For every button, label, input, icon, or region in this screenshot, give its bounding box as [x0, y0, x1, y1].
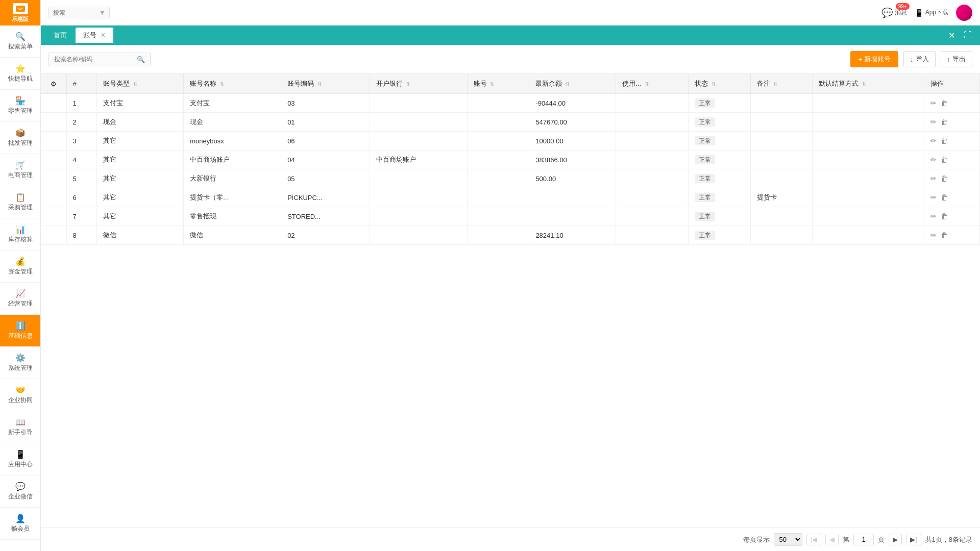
cell-type: 其它: [97, 188, 184, 207]
cell-balance: 28241.10: [529, 226, 616, 245]
page-size-select[interactable]: 50 100 200: [774, 533, 802, 546]
tab-account[interactable]: 账号 ✕: [76, 28, 113, 43]
header-search-input[interactable]: [53, 9, 99, 16]
cell-balance: -90444.00: [529, 94, 616, 113]
sidebar-item-label: 新手引导: [8, 429, 33, 436]
export-button[interactable]: ↑ 导出: [941, 51, 973, 67]
sidebar-item-guide[interactable]: 📖 新手引导: [0, 411, 40, 443]
cell-type: 其它: [97, 169, 184, 188]
app-download-button[interactable]: 📱 App下载: [915, 8, 948, 17]
sidebar-item-retail[interactable]: 🏪 零售管理: [0, 90, 40, 122]
cell-type: 微信: [97, 226, 184, 245]
search-box[interactable]: 🔍: [48, 53, 151, 66]
col-code[interactable]: 账号编码 ⇅: [281, 74, 370, 94]
col-bank[interactable]: 开户银行 ⇅: [370, 74, 467, 94]
tab-home[interactable]: 首页: [46, 28, 75, 43]
sidebar-item-apps[interactable]: 📱 应用中心: [0, 443, 40, 475]
sort-code-icon: ⇅: [317, 81, 322, 87]
delete-button[interactable]: 🗑: [941, 118, 948, 126]
cell-index: 5: [66, 169, 97, 188]
current-page-input[interactable]: [853, 534, 874, 545]
sidebar-item-shortcuts[interactable]: ⭐ 快捷导航: [0, 58, 40, 90]
col-status[interactable]: 状态 ⇅: [689, 74, 751, 94]
prev-page-button[interactable]: ◀: [825, 534, 839, 545]
delete-button[interactable]: 🗑: [941, 99, 948, 107]
export-label: 导出: [952, 55, 966, 64]
delete-button[interactable]: 🗑: [941, 212, 948, 220]
add-account-button[interactable]: + 新增账号: [850, 51, 898, 67]
col-remark[interactable]: 备注 ⇅: [750, 74, 813, 94]
delete-button[interactable]: 🗑: [941, 193, 948, 202]
search-input[interactable]: [54, 56, 137, 63]
sidebar-item-label: 企业微信: [8, 493, 33, 500]
status-badge: 正常: [695, 117, 715, 127]
search-icon[interactable]: 🔍: [137, 56, 145, 63]
sidebar-item-ecommerce[interactable]: 🛒 电商管理: [0, 154, 40, 186]
edit-button[interactable]: ✏: [930, 174, 937, 183]
message-button[interactable]: 💬 99+ 消息: [881, 7, 907, 18]
first-page-button[interactable]: |◀: [806, 534, 821, 545]
cell-account: [467, 113, 529, 132]
sidebar-item-operations[interactable]: 📈 经营管理: [0, 283, 40, 315]
cell-bank: [370, 113, 467, 132]
col-balance[interactable]: 最新余额 ⇅: [529, 74, 616, 94]
toolbar: 🔍 + 新增账号 ↓ 导入 ↑ 导出: [41, 45, 980, 74]
pagination-bar: 每页显示 50 100 200 |◀ ◀ 第 页 ▶ ▶| 共1页，8条记录: [41, 528, 980, 551]
status-badge: 正常: [695, 174, 715, 183]
sidebar-item-member[interactable]: 👤 畅会员: [0, 508, 40, 540]
cell-remark: [750, 132, 813, 151]
col-name[interactable]: 账号名称 ⇅: [184, 74, 281, 94]
cell-remark: [750, 94, 813, 113]
sidebar-item-enterprise[interactable]: 🤝 企业协同: [0, 379, 40, 411]
sidebar-item-wechat[interactable]: 💬 企业微信: [0, 475, 40, 508]
delete-button[interactable]: 🗑: [941, 174, 948, 183]
edit-button[interactable]: ✏: [930, 137, 937, 145]
edit-button[interactable]: ✏: [930, 193, 937, 202]
toolbar-right: + 新增账号 ↓ 导入 ↑ 导出: [850, 51, 972, 67]
delete-button[interactable]: 🗑: [941, 231, 948, 239]
col-settings[interactable]: ⚙: [41, 74, 66, 94]
delete-button[interactable]: 🗑: [941, 137, 948, 145]
edit-button[interactable]: ✏: [930, 99, 937, 107]
cell-code: PICKUPC...: [281, 188, 370, 207]
edit-button[interactable]: ✏: [930, 212, 937, 220]
edit-button[interactable]: ✏: [930, 231, 937, 239]
cell-settings: [41, 94, 66, 113]
sidebar-item-purchase[interactable]: 📋 采购管理: [0, 186, 40, 218]
sidebar-item-wholesale[interactable]: 📦 批发管理: [0, 122, 40, 154]
sidebar-item-search[interactable]: 🔍 搜索菜单: [0, 26, 40, 58]
cell-usage: [616, 94, 689, 113]
cell-bank: [370, 132, 467, 151]
logo-icon: [13, 3, 28, 14]
cell-remark: [750, 226, 813, 245]
cell-account: [467, 151, 529, 169]
import-button[interactable]: ↓ 导入: [903, 51, 936, 67]
import-icon: ↓: [910, 56, 914, 63]
cell-actions: ✏ 🗑: [924, 207, 980, 226]
sidebar-item-basic-info[interactable]: ℹ️ 基础信息: [0, 315, 40, 347]
sidebar-item-label: 资金管理: [8, 268, 33, 275]
edit-button[interactable]: ✏: [930, 118, 937, 126]
delete-button[interactable]: 🗑: [941, 156, 948, 164]
col-type[interactable]: 账号类型 ⇅: [97, 74, 184, 94]
tab-close-icon[interactable]: ✕: [101, 32, 106, 39]
col-default-payment[interactable]: 默认结算方式 ⇅: [813, 74, 924, 94]
sidebar-item-system[interactable]: ⚙️ 系统管理: [0, 347, 40, 379]
page-suffix: 页: [878, 535, 885, 544]
col-usage[interactable]: 使用... ⇅: [616, 74, 689, 94]
sidebar-item-label: 企业协同: [8, 396, 33, 404]
edit-button[interactable]: ✏: [930, 156, 937, 164]
next-page-button[interactable]: ▶: [889, 534, 902, 545]
user-avatar[interactable]: [956, 5, 972, 21]
last-page-button[interactable]: ▶|: [906, 534, 921, 545]
phone-icon: 📱: [915, 9, 923, 17]
sidebar-item-inventory[interactable]: 📊 库存核算: [0, 218, 40, 251]
sidebar-item-finance[interactable]: 💰 资金管理: [0, 251, 40, 283]
header-search-box[interactable]: ▼: [48, 7, 110, 18]
tab-close-button[interactable]: ✕: [945, 29, 958, 42]
status-badge: 正常: [695, 136, 715, 145]
cell-remark: [750, 113, 813, 132]
tab-maximize-button[interactable]: ⛶: [961, 29, 975, 41]
cell-settings: [41, 151, 66, 169]
col-account[interactable]: 账号 ⇅: [467, 74, 529, 94]
